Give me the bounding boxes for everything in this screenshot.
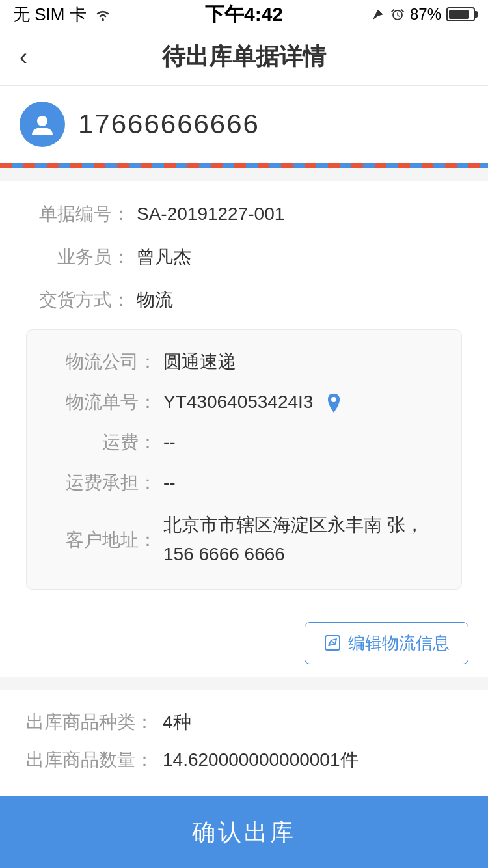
tracking-label: 物流单号： [53, 390, 157, 414]
battery-percent: 87% [410, 5, 441, 23]
svg-point-0 [102, 19, 104, 21]
address-value: 北京市市辖区海淀区永丰南 张，156 6666 6666 [163, 511, 435, 569]
svg-point-4 [331, 397, 336, 402]
edit-icon [323, 634, 342, 652]
user-icon [29, 111, 56, 138]
order-number-row: 单据编号： SA-20191227-001 [26, 200, 462, 228]
salesperson-label: 业务员： [26, 243, 130, 271]
location-arrow-icon [371, 7, 385, 21]
freight-label: 运费： [53, 430, 157, 455]
tracking-number: YT43064053424I3 [163, 392, 313, 413]
logistics-company-label: 物流公司： [53, 349, 157, 374]
alarm-icon [390, 7, 405, 21]
goods-type-row: 出库商品种类： 4种 [26, 710, 462, 735]
goods-quantity-label: 出库商品数量： [26, 748, 156, 772]
confirm-btn-label: 确认出库 [192, 817, 296, 848]
battery-icon [446, 7, 475, 21]
carrier-text: 无 SIM 卡 [13, 3, 87, 26]
order-number-value: SA-20191227-001 [137, 200, 462, 228]
status-time: 下午4:42 [205, 1, 283, 28]
salesperson-value: 曾凡杰 [137, 243, 462, 271]
goods-type-label: 出库商品种类： [26, 710, 156, 735]
tracking-value-row: YT43064053424I3 [157, 390, 346, 414]
logistics-card: 物流公司： 圆通速递 物流单号： YT43064053424I3 运费： - [26, 329, 462, 590]
goods-type-value: 4种 [163, 710, 191, 735]
svg-rect-5 [325, 636, 340, 650]
address-label: 客户地址： [53, 528, 157, 552]
freight-bear-value: -- [163, 472, 435, 493]
page-title: 待出库单据详情 [162, 41, 326, 73]
edit-btn-row: 编辑物流信息 [0, 609, 488, 677]
status-bar: 无 SIM 卡 下午4:42 87% [0, 0, 488, 29]
status-left: 无 SIM 卡 [13, 3, 113, 26]
delivery-row: 交货方式： 物流 [26, 286, 462, 314]
goods-quantity-value: 14.620000000000001件 [163, 748, 359, 772]
back-button[interactable]: ‹ [20, 44, 27, 71]
goods-section: 出库商品种类： 4种 出库商品数量： 14.620000000000001件 [0, 690, 488, 798]
customer-section: 17666666666 [0, 86, 488, 163]
tracking-row: 物流单号： YT43064053424I3 [53, 390, 435, 414]
separator-1 [0, 677, 488, 690]
nav-bar: ‹ 待出库单据详情 [0, 29, 488, 86]
logistics-company-value: 圆通速递 [163, 349, 435, 374]
freight-bear-label: 运费承担： [53, 470, 157, 495]
svg-point-2 [37, 116, 47, 126]
order-info-section: 单据编号： SA-20191227-001 业务员： 曾凡杰 交货方式： 物流 … [0, 181, 488, 609]
delivery-value: 物流 [137, 286, 462, 314]
freight-row: 运费： -- [53, 430, 435, 455]
edit-btn-label: 编辑物流信息 [348, 632, 450, 655]
wifi-icon [93, 7, 113, 21]
order-number-label: 单据编号： [26, 200, 130, 228]
confirm-outbound-button[interactable]: 确认出库 [0, 796, 488, 868]
dashed-divider [0, 163, 488, 168]
edit-logistics-button[interactable]: 编辑物流信息 [305, 622, 468, 664]
status-right: 87% [371, 5, 475, 23]
freight-bear-row: 运费承担： -- [53, 470, 435, 495]
delivery-label: 交货方式： [26, 286, 130, 314]
goods-quantity-row: 出库商品数量： 14.620000000000001件 [26, 748, 462, 772]
salesperson-row: 业务员： 曾凡杰 [26, 243, 462, 271]
map-pin-icon[interactable] [322, 390, 346, 414]
content: 17666666666 单据编号： SA-20191227-001 业务员： 曾… [0, 86, 488, 868]
avatar [20, 102, 65, 147]
logistics-company-row: 物流公司： 圆通速递 [53, 349, 435, 374]
freight-value: -- [163, 432, 435, 453]
customer-phone: 17666666666 [78, 109, 260, 140]
address-row: 客户地址： 北京市市辖区海淀区永丰南 张，156 6666 6666 [53, 511, 435, 569]
